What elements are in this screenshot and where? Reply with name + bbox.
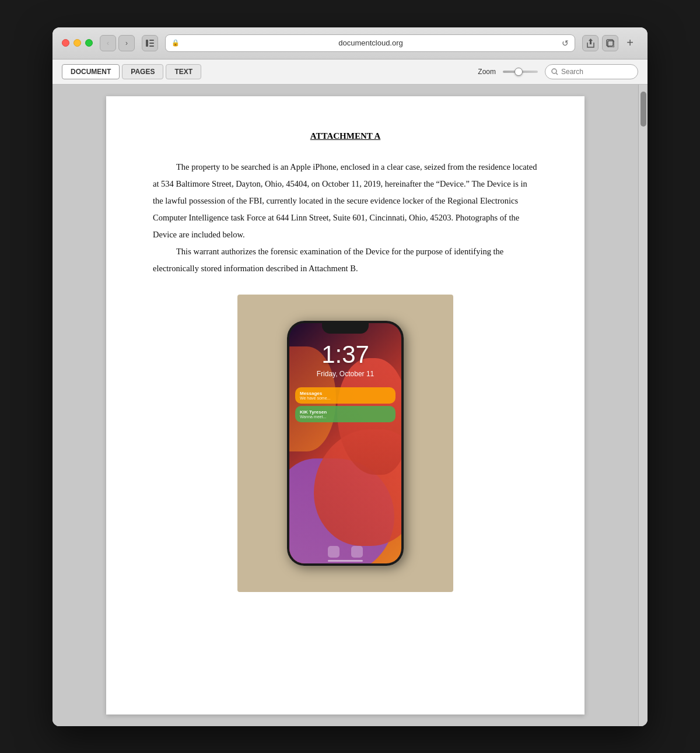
zoom-slider[interactable]	[503, 71, 538, 73]
ios-notif-1-body: We have some...	[300, 396, 391, 400]
share-icon	[587, 38, 594, 48]
scrollbar-thumb[interactable]	[640, 92, 646, 127]
scrollbar[interactable]	[638, 85, 648, 726]
phone-screen: 1:37 Friday, October 11 Messages We have…	[289, 323, 401, 563]
phone-image-container: 1:37 Friday, October 11 Messages We have…	[153, 295, 538, 592]
svg-rect-1	[149, 40, 154, 41]
ios-notif-2-body: Wanna meet...	[300, 415, 391, 419]
ios-time: 1:37	[289, 341, 401, 369]
tabs-icon	[606, 39, 614, 47]
minimize-button[interactable]	[74, 39, 81, 47]
svg-rect-0	[146, 40, 148, 47]
forward-icon: ›	[125, 39, 128, 47]
zoom-thumb[interactable]	[514, 68, 523, 76]
ios-home-indicator	[328, 560, 363, 562]
search-icon	[551, 68, 558, 75]
reload-icon[interactable]: ↺	[562, 38, 569, 48]
close-button[interactable]	[62, 39, 69, 47]
ios-dock-icon-1	[328, 546, 340, 558]
ios-dock	[289, 546, 401, 558]
ios-notif-1-title: Messages	[300, 391, 391, 396]
title-bar: ‹ › 🔒 documentcloud.org ↺	[52, 27, 648, 59]
doc-paragraph-2: This warrant authorizes the forensic exa…	[153, 243, 538, 277]
svg-point-6	[552, 69, 556, 73]
tab-pages[interactable]: PAGES	[122, 64, 163, 79]
phone-device: 1:37 Friday, October 11 Messages We have…	[287, 321, 404, 566]
ios-notif-2-title: KIK Tyresen	[300, 409, 391, 415]
doc-content-wrapper: ATTACHMENT A The property to be searched…	[52, 85, 648, 726]
svg-rect-3	[149, 45, 154, 47]
ios-notification-1: Messages We have some...	[295, 387, 396, 404]
phone-notch	[322, 321, 369, 334]
share-button[interactable]	[582, 35, 598, 51]
new-tab-button[interactable]: +	[622, 35, 638, 51]
tabs-button[interactable]	[602, 35, 618, 51]
svg-line-7	[556, 73, 558, 75]
page-paper: ATTACHMENT A The property to be searched…	[106, 96, 584, 715]
sidebar-button[interactable]	[142, 35, 158, 51]
lock-icon: 🔒	[172, 39, 180, 47]
traffic-lights	[62, 39, 93, 47]
ios-notification-2: KIK Tyresen Wanna meet...	[295, 406, 396, 422]
tab-text[interactable]: TEXT	[166, 64, 201, 79]
forward-button[interactable]: ›	[118, 35, 135, 51]
zoom-track	[503, 71, 538, 73]
browser-window: ‹ › 🔒 documentcloud.org ↺	[52, 27, 648, 726]
new-tab-icon: +	[626, 36, 634, 50]
ios-dock-icon-2	[351, 546, 363, 558]
address-bar[interactable]: 🔒 documentcloud.org ↺	[165, 34, 575, 52]
maximize-button[interactable]	[85, 39, 93, 47]
doc-page: ATTACHMENT A The property to be searched…	[52, 85, 638, 726]
sidebar-icon	[146, 40, 154, 47]
doc-toolbar: DOCUMENT PAGES TEXT Zoom	[52, 59, 648, 85]
phone-photo: 1:37 Friday, October 11 Messages We have…	[237, 295, 453, 592]
doc-body: The property to be searched is an Apple …	[153, 159, 538, 277]
svg-rect-2	[149, 43, 154, 44]
url-display: documentcloud.org	[183, 38, 558, 47]
zoom-label: Zoom	[478, 68, 496, 76]
search-bar[interactable]	[545, 64, 638, 79]
doc-paragraph-1: The property to be searched is an Apple …	[153, 159, 538, 243]
back-icon: ‹	[107, 39, 109, 47]
ios-notifications: Messages We have some... KIK Tyresen Wan…	[295, 387, 396, 425]
doc-toolbar-right: Zoom	[478, 64, 638, 79]
nav-buttons: ‹ ›	[100, 35, 135, 51]
tab-document[interactable]: DOCUMENT	[62, 64, 120, 79]
attachment-title: ATTACHMENT A	[153, 131, 538, 141]
search-input[interactable]	[561, 68, 631, 76]
back-button[interactable]: ‹	[100, 35, 116, 51]
ios-wallpaper: 1:37 Friday, October 11 Messages We have…	[289, 323, 401, 563]
toolbar-right: +	[582, 35, 638, 51]
ios-date: Friday, October 11	[289, 370, 401, 378]
